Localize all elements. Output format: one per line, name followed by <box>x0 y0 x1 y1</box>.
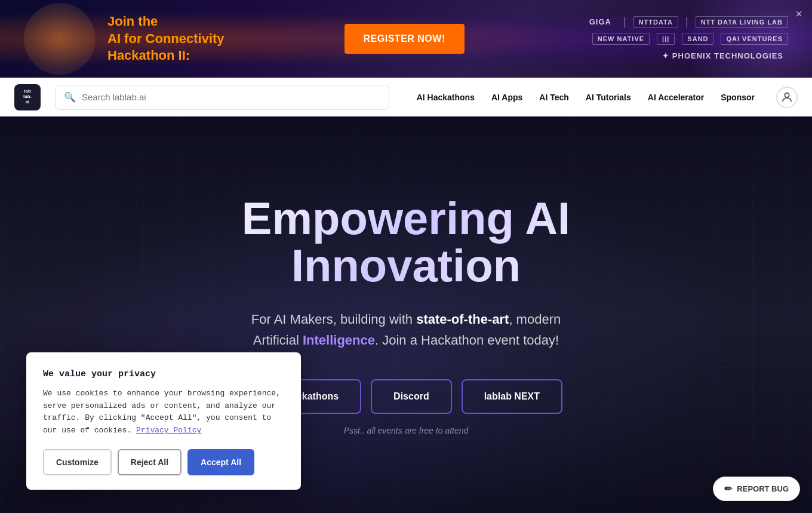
sponsor-qai: QAI ventures <box>721 33 788 45</box>
search-box[interactable]: 🔍 <box>55 85 389 110</box>
nav-link-ai-hackathons[interactable]: AI Hackathons <box>410 88 482 107</box>
nav-link-ai-apps[interactable]: AI Apps <box>484 88 530 107</box>
sponsor-nttliving: NTT DATA Living Lab <box>696 16 788 28</box>
sponsor-phoenix: ✦ PHOENIX TECHNOLOGIES <box>657 50 788 62</box>
hero-title: Empowering AI Innovation <box>161 195 651 290</box>
accept-all-button[interactable]: Accept All <box>187 449 254 475</box>
nav-link-ai-accelerator[interactable]: AI Accelerator <box>641 88 711 107</box>
sponsor-row-2: new native ||| SaND QAI ventures <box>592 33 788 45</box>
logo[interactable]: lablab.ai <box>14 84 41 110</box>
banner-close-button[interactable]: × <box>795 7 802 21</box>
report-bug-button[interactable]: ✏ REPORT BUG <box>713 477 800 501</box>
nav-link-ai-tech[interactable]: AI Tech <box>532 88 576 107</box>
lablab-next-button[interactable]: lablab NEXT <box>462 379 562 414</box>
svg-point-0 <box>785 93 789 97</box>
cookie-title: We value your privacy <box>43 369 284 379</box>
banner-sponsors: giga | NTTData | NTT DATA Living Lab new… <box>585 16 788 62</box>
sponsor-nttdata: NTTData <box>633 16 678 28</box>
sponsor-giga: giga <box>585 16 616 28</box>
hero-section: Empowering AI Innovation For AI Makers, … <box>0 116 812 513</box>
nav-link-sponsor[interactable]: Sponsor <box>713 88 762 107</box>
cookie-buttons: Customize Reject All Accept All <box>43 449 284 475</box>
sponsor-empty1: ||| <box>657 33 675 45</box>
discord-button[interactable]: Discord <box>371 379 452 414</box>
main-navbar: lablab.ai 🔍 AI Hackathons AI Apps AI Tec… <box>0 78 812 116</box>
register-now-button[interactable]: REGISTER NOW! <box>345 24 465 54</box>
bug-icon: ✏ <box>724 483 732 494</box>
reject-all-button[interactable]: Reject All <box>118 449 182 475</box>
banner-title: Join the AI for Connectivity Hackathon I… <box>107 13 224 64</box>
report-bug-label: REPORT BUG <box>737 484 789 493</box>
privacy-policy-link[interactable]: Privacy Policy <box>136 426 201 435</box>
banner-figure-left <box>24 3 96 75</box>
cookie-banner: We value your privacy We use cookies to … <box>26 352 301 490</box>
search-icon: 🔍 <box>64 91 76 103</box>
user-avatar[interactable] <box>776 87 798 108</box>
sponsor-newnative: new native <box>592 33 650 45</box>
logo-box: lablab.ai <box>14 84 41 110</box>
cookie-body: We use cookies to enhance your browsing … <box>43 388 284 437</box>
sponsor-sand: SaND <box>682 33 713 45</box>
nav-links: AI Hackathons AI Apps AI Tech AI Tutoria… <box>410 88 762 107</box>
customize-button[interactable]: Customize <box>43 449 112 475</box>
search-input[interactable] <box>82 92 380 102</box>
hero-subtitle: For AI Makers, building with state-of-th… <box>161 309 651 351</box>
promo-banner: Join the AI for Connectivity Hackathon I… <box>0 0 812 78</box>
nav-link-ai-tutorials[interactable]: AI Tutorials <box>579 88 638 107</box>
banner-left-section: Join the AI for Connectivity Hackathon I… <box>24 3 224 75</box>
sponsor-row-1: giga | NTTData | NTT DATA Living Lab <box>585 16 788 28</box>
sponsor-row-3: ✦ PHOENIX TECHNOLOGIES <box>657 50 788 62</box>
